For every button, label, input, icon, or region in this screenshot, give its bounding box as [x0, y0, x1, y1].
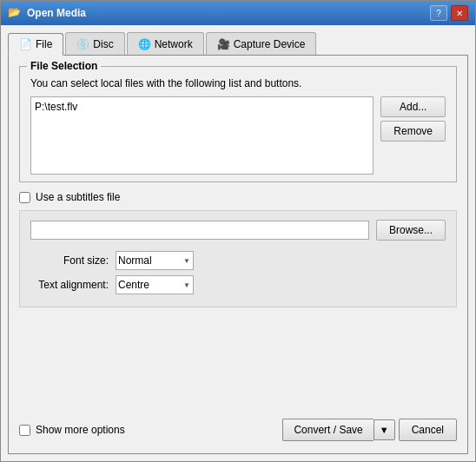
convert-save-button[interactable]: Convert / Save [282, 419, 373, 441]
subtitles-section: Use a subtitles file Browse... Font size… [19, 191, 457, 307]
subtitle-file-input[interactable] [30, 221, 369, 240]
file-selection-group: File Selection You can select local file… [19, 66, 457, 182]
font-size-select-wrapper: Normal Small Large Larger Largest [116, 251, 194, 270]
convert-save-arrow-button[interactable]: ▼ [374, 419, 395, 440]
text-alignment-select-wrapper: Centre Left Right [116, 275, 194, 294]
capture-tab-icon: 🎥 [217, 38, 230, 50]
file-selection-body: P:\test.flv Add... Remove [30, 96, 446, 175]
tab-file[interactable]: 📄 File [8, 33, 63, 56]
window-icon: 📂 [8, 6, 22, 20]
add-button[interactable]: Add... [380, 96, 446, 117]
disc-tab-icon: 💿 [76, 38, 89, 50]
close-button[interactable]: ✕ [451, 5, 468, 21]
subtitles-checkbox-row: Use a subtitles file [19, 191, 457, 203]
network-tab-icon: 🌐 [138, 38, 151, 50]
file-tab-label: File [36, 38, 52, 50]
text-alignment-select[interactable]: Centre Left Right [116, 275, 194, 294]
title-bar-left: 📂 Open Media [8, 6, 86, 20]
show-more-label: Show more options [36, 424, 125, 436]
file-tab-icon: 📄 [19, 38, 32, 50]
tab-disc[interactable]: 💿 Disc [65, 32, 124, 55]
subtitle-file-row: Browse... [30, 220, 446, 241]
capture-tab-label: Capture Device [234, 38, 306, 50]
tab-network[interactable]: 🌐 Network [127, 32, 204, 55]
content-area: File Selection You can select local file… [8, 55, 468, 454]
file-selection-description: You can select local files with the foll… [30, 77, 446, 89]
text-alignment-row: Text alignment: Centre Left Right [30, 275, 446, 294]
title-bar-buttons: ? ✕ [430, 5, 468, 21]
convert-save-wrapper: Convert / Save ▼ [282, 419, 394, 441]
subtitles-checkbox-label: Use a subtitles file [36, 191, 120, 203]
file-list[interactable]: P:\test.flv [30, 96, 374, 175]
file-buttons: Add... Remove [380, 96, 446, 142]
cancel-button[interactable]: Cancel [399, 419, 457, 441]
action-buttons: Convert / Save ▼ Cancel [282, 419, 457, 441]
window-title: Open Media [27, 7, 86, 19]
disc-tab-label: Disc [93, 38, 113, 50]
file-entry: P:\test.flv [35, 101, 77, 113]
font-size-label: Font size: [30, 254, 109, 267]
font-options: Font size: Normal Small Large Larger Lar… [30, 248, 446, 298]
open-media-window: 📂 Open Media ? ✕ 📄 File 💿 Disc 🌐 Network [0, 0, 476, 462]
show-more-checkbox[interactable] [19, 425, 30, 436]
font-size-select[interactable]: Normal Small Large Larger Largest [116, 251, 194, 270]
bottom-section: Show more options Convert / Save ▼ Cance… [19, 413, 457, 443]
font-size-row: Font size: Normal Small Large Larger Lar… [30, 251, 446, 270]
file-selection-title: File Selection [27, 60, 101, 72]
window-body: 📄 File 💿 Disc 🌐 Network 🎥 Capture Device… [1, 25, 475, 461]
remove-button[interactable]: Remove [380, 121, 446, 142]
subtitles-checkbox[interactable] [19, 192, 30, 203]
show-more-row: Show more options [19, 424, 125, 436]
title-bar: 📂 Open Media ? ✕ [1, 1, 475, 25]
browse-button[interactable]: Browse... [376, 220, 446, 241]
help-button[interactable]: ? [430, 5, 447, 21]
tab-capture[interactable]: 🎥 Capture Device [206, 32, 317, 55]
network-tab-label: Network [155, 38, 193, 50]
text-alignment-label: Text alignment: [30, 279, 109, 291]
subtitle-inner: Browse... Font size: Normal Small Large … [19, 210, 457, 307]
tab-bar: 📄 File 💿 Disc 🌐 Network 🎥 Capture Device [8, 32, 468, 55]
